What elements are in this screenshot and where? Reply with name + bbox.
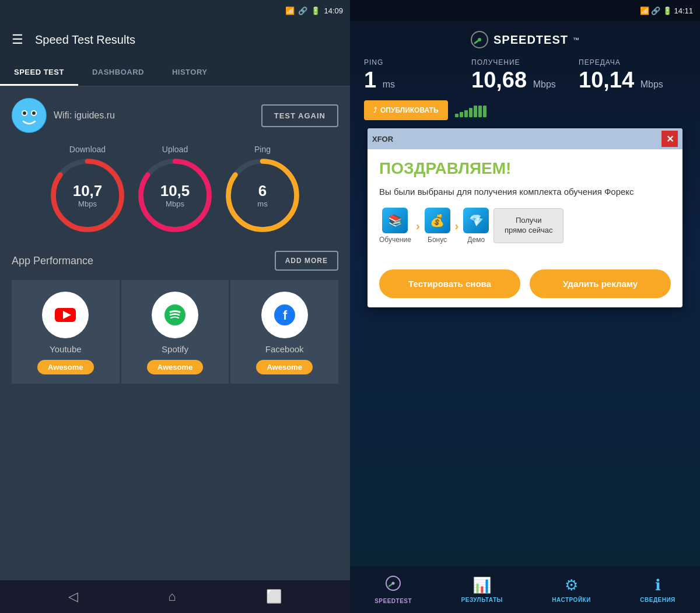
app-performance-label: App Performance — [12, 255, 93, 267]
wifi-row: Wifi: iguides.ru TEST AGAIN — [12, 98, 338, 133]
svg-point-4 — [32, 111, 36, 115]
right-signal-icon: 📶 — [640, 6, 649, 15]
add-more-button[interactable]: ADD MORE — [275, 251, 338, 271]
speedtest-nav-icon — [385, 575, 401, 596]
status-icons: 📶 🔗 🔋 14:09 — [285, 6, 343, 15]
right-battery-icon: 🔋 — [663, 6, 672, 15]
download-label: Download — [69, 145, 106, 154]
right-bottom-nav: SPEEDTEST 📊 РЕЗУЛЬТАТЫ ⚙ НАСТРОЙКИ ℹ СВЕ… — [350, 566, 700, 613]
info-nav-icon: ℹ — [655, 576, 661, 594]
upload-metric: ПЕРЕДАЧА 10,14 Mbps — [579, 58, 686, 91]
download-value-container: 10,7 Mbps — [73, 183, 103, 208]
settings-nav-icon: ⚙ — [565, 576, 578, 594]
nav-results[interactable]: 📊 РЕЗУЛЬТАТЫ — [461, 576, 503, 603]
nav-settings-label: НАСТРОЙКИ — [552, 597, 591, 603]
ad-buttons-row: Тестировать снова Удалить рекламу — [368, 262, 682, 307]
app-card-facebook: f Facebook Awesome — [230, 280, 338, 384]
right-wifi-icon: 🔗 — [651, 6, 660, 15]
ad-overlay: XFOR ✕ ПОЗДРАВЛЯЕМ! Вы были выбраны для … — [368, 128, 682, 307]
svg-point-0 — [12, 99, 46, 132]
download-circle: 10,7 Mbps — [50, 157, 125, 233]
spotify-badge: Awesome — [147, 360, 203, 374]
mascot-avatar — [12, 98, 47, 133]
svg-text:f: f — [283, 308, 288, 323]
ping-circle: 6 ms — [225, 157, 300, 233]
bar-2 — [460, 112, 463, 117]
retest-button[interactable]: Тестировать снова — [379, 269, 520, 298]
test-again-button[interactable]: TEST AGAIN — [261, 104, 338, 127]
download-metric-value: 10,68 Mbps — [471, 69, 579, 91]
svg-point-13 — [164, 304, 186, 325]
nav-speedtest[interactable]: SPEEDTEST — [374, 575, 412, 604]
ad-close-button[interactable]: ✕ — [662, 131, 678, 147]
ad-steps: 📚 Обучение › 💰 Бонус › 💎 Демо Получипрям… — [379, 208, 671, 244]
ad-get-now-button[interactable]: Получипрямо сейчас — [494, 208, 564, 243]
ping-metric: PING 1 ms — [364, 58, 471, 91]
download-value: 10,7 — [73, 183, 103, 199]
ping-label: Ping — [254, 145, 271, 154]
youtube-badge: Awesome — [37, 360, 93, 374]
download-unit: Mbps — [73, 199, 103, 208]
results-nav-icon: 📊 — [473, 576, 491, 594]
back-button[interactable]: ◁ — [68, 589, 78, 604]
action-row: ⤴ ОПУБЛИКОВАТЬ — [350, 98, 700, 127]
left-header: ☰ Speed Test Results — [0, 21, 350, 58]
upload-unit: Mbps — [160, 199, 190, 208]
svg-point-17 — [478, 38, 481, 41]
ad-body: ПОЗДРАВЛЯЕМ! Вы были выбраны для получен… — [368, 149, 682, 262]
ad-step-demo: 💎 Демо — [463, 208, 489, 244]
recents-button[interactable]: ⬜ — [266, 589, 282, 604]
download-metric: ПОЛУЧЕНИЕ 10,68 Mbps — [471, 58, 579, 91]
app-card-youtube: Youtube Awesome — [12, 280, 120, 384]
tab-dashboard[interactable]: DASHBOARD — [78, 58, 158, 86]
bar-5 — [474, 106, 477, 117]
left-panel: 📶 🔗 🔋 14:09 ☰ Speed Test Results SPEED T… — [0, 0, 350, 613]
ad-subtext: Вы были выбраны для получения комплекта … — [379, 185, 671, 199]
right-status-icons: 📶 🔗 🔋 14:11 — [640, 6, 693, 15]
facebook-icon: f — [261, 292, 308, 338]
content-area: Wifi: iguides.ru TEST AGAIN Download 10,… — [0, 86, 350, 580]
nav-speedtest-label: SPEEDTEST — [374, 598, 412, 604]
ad-step-bonus: 💰 Бонус — [425, 208, 450, 244]
bar-1 — [455, 114, 459, 117]
wifi-info: Wifi: iguides.ru — [12, 98, 115, 133]
menu-button[interactable]: ☰ — [12, 32, 23, 47]
nav-settings[interactable]: ⚙ НАСТРОЙКИ — [552, 576, 591, 603]
signal-icon: 📶 — [285, 6, 295, 15]
publish-button[interactable]: ⤴ ОПУБЛИКОВАТЬ — [364, 100, 448, 120]
arrow-2: › — [455, 219, 459, 233]
facebook-name: Facebook — [265, 344, 304, 354]
ad-step-learning: 📚 Обучение — [379, 208, 411, 244]
page-title: Speed Test Results — [35, 33, 135, 47]
bar-6 — [478, 106, 482, 117]
ping-metric-label: PING — [364, 58, 471, 66]
facebook-badge: Awesome — [256, 360, 312, 374]
ping-unit: ms — [257, 199, 267, 208]
battery-icon: 🔋 — [311, 6, 320, 15]
home-button[interactable]: ⌂ — [168, 589, 176, 604]
bonus-icon: 💰 — [425, 208, 450, 233]
upload-value: 10,5 — [160, 183, 190, 199]
tab-speed-test[interactable]: SPEED TEST — [0, 58, 78, 86]
arrow-1: › — [416, 219, 420, 233]
youtube-name: Youtube — [50, 344, 82, 354]
right-time-display: 14:11 — [674, 6, 693, 15]
svg-point-3 — [23, 111, 26, 115]
speedtest-logo-text: SPEEDTEST — [494, 33, 568, 47]
tab-history[interactable]: HISTORY — [158, 58, 222, 86]
gauges-row: Download 10,7 Mbps Upload — [12, 145, 338, 233]
spotify-icon — [152, 292, 198, 338]
ping-value-container: 6 ms — [257, 183, 267, 208]
wifi-icon: 🔗 — [298, 6, 307, 15]
svg-point-19 — [392, 582, 395, 585]
app-performance-row: App Performance ADD MORE — [12, 251, 338, 271]
nav-info[interactable]: ℹ СВЕДЕНИЯ — [640, 576, 676, 603]
ping-value: 6 — [257, 183, 267, 199]
left-status-bar: 📶 🔗 🔋 14:09 — [0, 0, 350, 21]
bar-3 — [464, 110, 468, 117]
ping-gauge: Ping 6 ms — [225, 145, 300, 233]
upload-circle: 10,5 Mbps — [137, 157, 213, 233]
remove-ad-button[interactable]: Удалить рекламу — [530, 269, 671, 298]
time-display: 14:09 — [324, 6, 343, 15]
download-metric-label: ПОЛУЧЕНИЕ — [471, 58, 579, 66]
